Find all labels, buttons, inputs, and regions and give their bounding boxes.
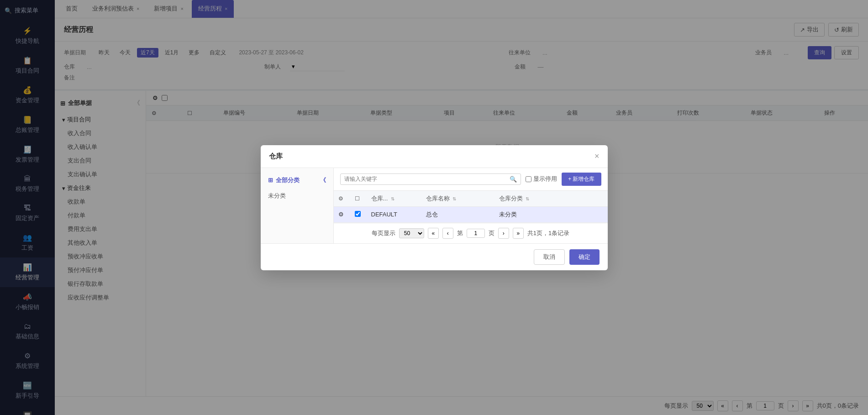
modal-body: ⊞ 全部分类 《 未分类 🔍 显示停用 — [261, 168, 608, 243]
modal-data-table: ⚙ ☐ 仓库... ⇅ 仓库名称 ⇅ — [334, 191, 608, 223]
show-disabled-checkbox[interactable] — [526, 176, 531, 182]
modal-first-page-btn[interactable]: « — [428, 228, 439, 239]
modal-total-info: 共1页，1条记录 — [527, 229, 569, 237]
modal-footer: 取消 确定 — [261, 243, 608, 270]
modal-sidebar-uncategorized-label: 未分类 — [268, 192, 286, 200]
modal-row-name: 总仓 — [421, 206, 494, 222]
modal-main: 🔍 显示停用 + 新增仓库 ⚙ ☐ — [334, 168, 608, 243]
modal-sidebar-uncategorized[interactable]: 未分类 — [261, 188, 333, 204]
cancel-button[interactable]: 取消 — [534, 249, 565, 265]
modal-prev-page-btn[interactable]: ‹ — [442, 228, 453, 239]
add-warehouse-button[interactable]: + 新增仓库 — [562, 173, 601, 186]
cat-sort-icon[interactable]: ⇅ — [526, 196, 529, 201]
modal-table-container: ⚙ ☐ 仓库... ⇅ 仓库名称 ⇅ — [334, 191, 608, 223]
modal-sidebar-collapse-icon[interactable]: 《 — [320, 176, 326, 184]
modal-all-categories-label: 全部分类 — [276, 176, 300, 184]
modal-table-row[interactable]: ⚙ DEFAULT 总仓 未分类 — [334, 206, 608, 222]
modal-row-category: 未分类 — [494, 206, 608, 222]
modal-col-gear: ⚙ — [334, 191, 350, 207]
modal-page-input[interactable] — [467, 229, 485, 238]
modal-col-category: 仓库分类 ⇅ — [494, 191, 608, 207]
modal-toolbar: 🔍 显示停用 + 新增仓库 — [334, 168, 608, 191]
grid-icon-modal: ⊞ — [268, 177, 273, 184]
modal-pagination: 每页显示 50 10 20 100 « ‹ 第 页 › » 共1页，1条记录 — [334, 223, 608, 243]
code-sort-icon[interactable]: ⇅ — [391, 196, 395, 201]
modal-col-checkbox: ☐ — [350, 191, 367, 207]
modal-sidebar: ⊞ 全部分类 《 未分类 — [261, 168, 334, 243]
modal-row-checkbox[interactable] — [350, 206, 367, 222]
modal-last-page-btn[interactable]: » — [513, 228, 524, 239]
modal-close-button[interactable]: × — [594, 152, 600, 161]
warehouse-search-box: 🔍 — [340, 173, 521, 185]
modal-next-page-btn[interactable]: › — [498, 228, 509, 239]
modal-title: 仓库 — [269, 152, 283, 161]
modal-row-gear: ⚙ — [334, 206, 350, 222]
show-disabled-label[interactable]: 显示停用 — [526, 175, 557, 183]
modal-page-size-select[interactable]: 50 10 20 100 — [399, 228, 424, 238]
name-sort-icon[interactable]: ⇅ — [452, 196, 456, 201]
modal-page-size-label: 每页显示 — [372, 229, 395, 237]
warehouse-search-input[interactable] — [344, 176, 507, 182]
modal-overlay: 仓库 × ⊞ 全部分类 《 未分类 — [0, 0, 868, 415]
modal-col-code: 仓库... ⇅ — [367, 191, 421, 207]
modal-sidebar-all-categories[interactable]: ⊞ 全部分类 《 — [261, 173, 333, 188]
warehouse-modal: 仓库 × ⊞ 全部分类 《 未分类 — [261, 145, 608, 270]
modal-page-label: 第 — [457, 229, 463, 237]
modal-row-code: DEFAULT — [367, 206, 421, 222]
warehouse-search-icon: 🔍 — [510, 176, 517, 183]
modal-header: 仓库 × — [261, 145, 608, 168]
confirm-button[interactable]: 确定 — [569, 249, 600, 265]
modal-col-name: 仓库名称 ⇅ — [421, 191, 494, 207]
modal-page-unit: 页 — [489, 229, 494, 237]
modal-table-header-row: ⚙ ☐ 仓库... ⇅ 仓库名称 ⇅ — [334, 191, 608, 207]
